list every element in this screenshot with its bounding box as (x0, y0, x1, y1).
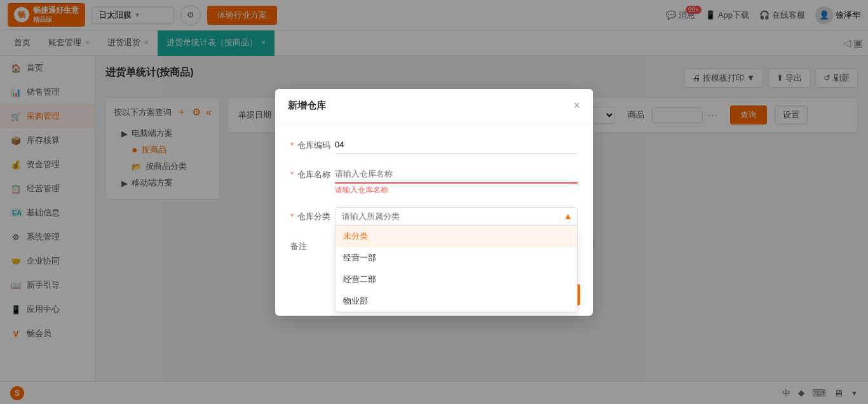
category-input[interactable] (335, 207, 578, 226)
category-label: * 仓库分类 (290, 207, 335, 222)
dropdown-item-1[interactable]: 经营一部 (336, 247, 577, 269)
modal-title: 新增仓库 (288, 100, 326, 112)
required-star-cat: * (290, 212, 294, 221)
form-row-code: * 仓库编码 (290, 136, 578, 154)
code-input-wrap (335, 136, 578, 154)
required-star-name: * (290, 170, 294, 179)
form-row-name: * 仓库名称 请输入仓库名称 (290, 165, 578, 196)
dropdown-item-0[interactable]: 未分类 (336, 226, 577, 247)
remark-label: 备注 (290, 237, 335, 252)
modal-close-button[interactable]: × (573, 99, 580, 112)
form-row-category: * 仓库分类 ▲ 未分类 经营一部 经营二部 物业部 (290, 207, 578, 226)
name-label: * 仓库名称 (290, 165, 335, 180)
dropdown-item-2[interactable]: 经营二部 (336, 269, 577, 290)
modal-body: * 仓库编码 * 仓库名称 请输入仓库名称 (275, 123, 593, 276)
name-error-msg: 请输入仓库名称 (335, 185, 578, 196)
warehouse-code-input[interactable] (335, 136, 578, 154)
required-star: * (290, 140, 294, 150)
modal-add-warehouse: 新增仓库 × * 仓库编码 * 仓库名称 (275, 89, 593, 316)
category-select-wrap: ▲ 未分类 经营一部 经营二部 物业部 (335, 207, 578, 226)
code-label: * 仓库编码 (290, 136, 335, 151)
category-dropdown-arrow[interactable]: ▲ (559, 207, 578, 226)
category-dropdown-list: 未分类 经营一部 经营二部 物业部 (335, 226, 578, 313)
warehouse-name-input[interactable] (335, 165, 578, 184)
modal-header: 新增仓库 × (275, 89, 593, 123)
name-input-wrap: 请输入仓库名称 (335, 165, 578, 196)
dropdown-item-3[interactable]: 物业部 (336, 290, 577, 312)
modal-overlay: 新增仓库 × * 仓库编码 * 仓库名称 (0, 0, 868, 404)
